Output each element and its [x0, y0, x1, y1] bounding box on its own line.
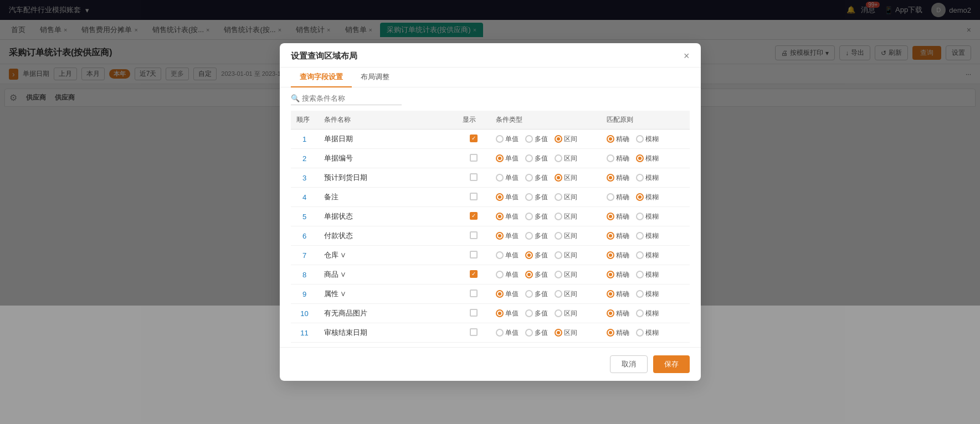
checkbox[interactable]: [470, 251, 478, 258]
row-show-checkbox[interactable]: [457, 285, 490, 304]
modal-close-button[interactable]: ×: [684, 51, 690, 61]
row-match-radios: 精确模糊: [601, 130, 690, 149]
radio-item[interactable]: 区间: [555, 173, 577, 183]
radio-circle: [496, 174, 504, 182]
radio-circle: [607, 251, 614, 259]
radio-item[interactable]: 模糊: [636, 270, 659, 280]
search-input[interactable]: [302, 94, 402, 102]
row-show-checkbox[interactable]: [457, 226, 490, 246]
radio-item[interactable]: 模糊: [636, 289, 659, 299]
radio-circle: [496, 154, 504, 162]
radio-item[interactable]: 模糊: [636, 212, 659, 221]
radio-item[interactable]: 区间: [555, 270, 577, 280]
radio-label: 单值: [505, 135, 519, 144]
radio-item[interactable]: 模糊: [636, 135, 659, 144]
row-type-radios: 单值多值区间: [490, 265, 601, 285]
row-name: 有无商品图片: [319, 304, 457, 306]
radio-item[interactable]: 区间: [555, 154, 577, 163]
row-type-radios: 单值多值区间: [490, 226, 601, 246]
row-show-checkbox[interactable]: [457, 188, 490, 207]
radio-label: 精确: [616, 289, 629, 299]
radio-item[interactable]: 多值: [525, 135, 548, 144]
row-show-checkbox[interactable]: [457, 207, 490, 226]
radio-item[interactable]: 单值: [496, 193, 519, 202]
row-show-checkbox[interactable]: [457, 246, 490, 265]
radio-item[interactable]: 精确: [607, 270, 629, 280]
radio-item[interactable]: 多值: [525, 212, 548, 221]
radio-item[interactable]: 模糊: [636, 173, 659, 183]
radio-item[interactable]: 单值: [496, 289, 519, 299]
radio-item[interactable]: 精确: [607, 289, 629, 299]
radio-label: 单值: [505, 289, 519, 299]
radio-item[interactable]: 单值: [496, 154, 519, 163]
radio-circle: [496, 271, 504, 278]
radio-item[interactable]: 多值: [525, 270, 548, 280]
radio-item[interactable]: 区间: [555, 231, 577, 241]
row-type-radios: 单值多值区间: [490, 168, 601, 188]
radio-item[interactable]: 多值: [525, 231, 548, 241]
modal-tab-layout[interactable]: 布局调整: [352, 68, 398, 87]
radio-item[interactable]: 单值: [496, 251, 519, 260]
radio-item[interactable]: 单值: [496, 135, 519, 144]
row-show-checkbox[interactable]: [457, 304, 490, 306]
radio-circle: [607, 290, 614, 298]
radio-item[interactable]: 多值: [525, 173, 548, 183]
radio-label: 多值: [535, 135, 548, 144]
radio-item[interactable]: 区间: [555, 212, 577, 221]
radio-item[interactable]: 区间: [555, 193, 577, 202]
radio-item[interactable]: 精确: [607, 231, 629, 241]
radio-item[interactable]: 单值: [496, 212, 519, 221]
row-type-radios: 单值多值区间: [490, 246, 601, 265]
radio-item[interactable]: 多值: [525, 251, 548, 260]
checkbox[interactable]: [470, 193, 478, 200]
radio-item[interactable]: 多值: [525, 193, 548, 202]
radio-label: 模糊: [645, 270, 659, 280]
radio-item[interactable]: 精确: [607, 173, 629, 183]
radio-item[interactable]: 精确: [607, 251, 629, 260]
radio-label: 区间: [564, 270, 577, 280]
checkbox[interactable]: [470, 212, 478, 220]
radio-item[interactable]: 区间: [555, 251, 577, 260]
radio-item[interactable]: 精确: [607, 154, 629, 163]
radio-item[interactable]: 区间: [555, 135, 577, 144]
radio-circle: [636, 271, 644, 278]
radio-label: 精确: [616, 270, 629, 280]
table-row: 3预计到货日期单值多值区间精确模糊: [291, 168, 690, 188]
checkbox[interactable]: [470, 231, 478, 239]
checkbox[interactable]: [470, 154, 478, 162]
radio-item[interactable]: 单值: [496, 231, 519, 241]
row-show-checkbox[interactable]: [457, 265, 490, 285]
radio-item[interactable]: 精确: [607, 212, 629, 221]
radio-item[interactable]: 模糊: [636, 154, 659, 163]
th-show: 显示: [457, 111, 490, 130]
radio-item[interactable]: 精确: [607, 135, 629, 144]
row-name: 单据日期: [319, 130, 457, 149]
row-show-checkbox[interactable]: [457, 168, 490, 188]
checkbox[interactable]: [470, 173, 478, 181]
radio-circle: [525, 174, 533, 182]
radio-item[interactable]: 模糊: [636, 231, 659, 241]
radio-circle: [555, 193, 562, 201]
radio-item[interactable]: 模糊: [636, 193, 659, 202]
modal-tab-query-fields[interactable]: 查询字段设置: [291, 68, 352, 87]
radio-item[interactable]: 区间: [555, 289, 577, 299]
radio-circle: [636, 251, 644, 259]
radio-label: 多值: [535, 212, 548, 221]
radio-label: 模糊: [645, 251, 659, 260]
checkbox[interactable]: [470, 135, 478, 142]
radio-item[interactable]: 单值: [496, 270, 519, 280]
radio-circle: [525, 213, 533, 220]
row-show-checkbox[interactable]: [457, 130, 490, 149]
radio-item[interactable]: 多值: [525, 154, 548, 163]
radio-item[interactable]: 精确: [607, 193, 629, 202]
radio-circle: [555, 271, 562, 278]
radio-circle: [636, 135, 644, 143]
modal-search-area: 🔍: [291, 94, 402, 105]
radio-item[interactable]: 多值: [525, 289, 548, 299]
checkbox[interactable]: [470, 289, 478, 297]
row-show-checkbox[interactable]: [457, 149, 490, 168]
row-type-radios: 单值多值区间: [490, 285, 601, 304]
radio-item[interactable]: 单值: [496, 173, 519, 183]
checkbox[interactable]: [470, 270, 478, 278]
radio-item[interactable]: 模糊: [636, 251, 659, 260]
